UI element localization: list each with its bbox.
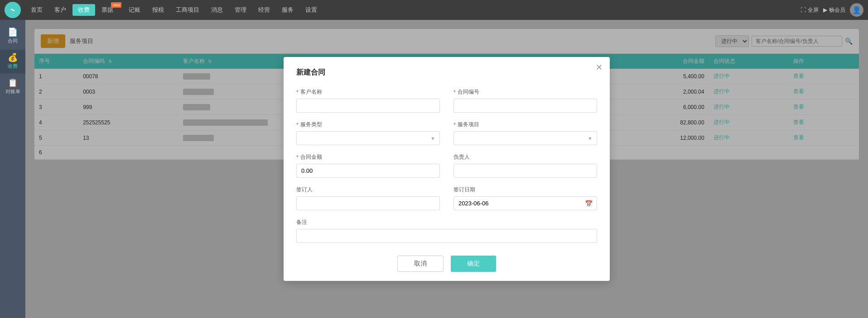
nav-invoice[interactable]: 收费 [72,4,95,16]
reconcile-icon: 📋 [8,79,18,87]
nav-items: 首页 客户 收费 票据 new 记账 报税 工商项目 消息 管理 经营 服务 设… [25,4,800,16]
label-customer-name: * 客户名称 [296,88,440,96]
vip-icon: ▶ [823,7,827,13]
field-customer-name: * 客户名称 [296,88,440,113]
top-nav: 首页 客户 收费 票据 new 记账 报税 工商项目 消息 管理 经营 服务 设… [0,0,868,20]
modal-footer: 取消 确定 [296,256,597,272]
label-contract-no: * 合同编号 [453,88,597,96]
input-contract-no[interactable] [453,99,597,113]
label-signer: 签订人 [296,186,440,194]
service-type-select-wrap: ▼ [296,131,440,145]
nav-customer[interactable]: 客户 [49,4,72,16]
modal-overlay: 新建合同 ✕ * 客户名称 * 合 [25,20,868,318]
logo [5,2,21,18]
label-sign-date: 签订日期 [453,186,597,194]
field-responsible: 负责人 [453,153,597,178]
modal-title: 新建合同 [296,68,597,77]
nav-home[interactable]: 首页 [25,4,48,16]
label-service-item: * 服务项目 [453,121,597,128]
nav-right: ⛶ 全屏 ▶ 畅会员 👤 [800,3,863,17]
label-note: 备注 [296,218,597,226]
field-sign-date: 签订日期 2023-06-06 📅 [453,186,597,210]
sidebar-item-reconcile[interactable]: 📋 对账单 [0,75,25,99]
input-amount[interactable]: 0.00 [296,164,440,178]
service-item-select-wrap: ▼ [453,131,597,145]
charge-icon: 💰 [8,53,18,62]
calendar-icon[interactable]: 📅 [585,200,593,207]
field-contract-no: * 合同编号 [453,88,597,113]
nav-message[interactable]: 消息 [206,4,228,16]
avatar[interactable]: 👤 [850,3,863,17]
nav-settings[interactable]: 设置 [300,4,323,16]
field-service-item: * 服务项目 ▼ [453,121,597,145]
input-service-type[interactable] [296,131,440,145]
nav-tax[interactable]: 报税 [147,4,169,16]
confirm-button[interactable]: 确定 [451,256,496,272]
main-layout: 📄 合同 💰 收费 📋 对账单 新增 服务项目 进行中 已完成 已终止 [0,20,868,318]
modal-close-button[interactable]: ✕ [596,63,603,71]
field-amount: * 合同金额 0.00 [296,153,440,178]
vip-button[interactable]: ▶ 畅会员 [823,6,845,14]
sidebar: 📄 合同 💰 收费 📋 对账单 [0,20,25,318]
field-note: 备注 [296,218,597,243]
nav-ticket[interactable]: 票据 new [96,4,122,16]
form-grid: * 客户名称 * 合同编号 [296,88,597,243]
label-amount: * 合同金额 [296,153,440,161]
fullscreen-button[interactable]: ⛶ 全屏 [800,6,819,14]
label-service-type: * 服务类型 [296,121,440,128]
new-badge: new [111,2,121,8]
sign-date-wrap: 2023-06-06 📅 [453,196,597,210]
content-area: 新增 服务项目 进行中 已完成 已终止 🔍 序号 合同编码 ⇅ [25,20,868,318]
nav-operation[interactable]: 经营 [253,4,275,16]
nav-manage[interactable]: 管理 [229,4,252,16]
label-responsible: 负责人 [453,153,597,161]
sidebar-item-contract[interactable]: 📄 合同 [0,24,25,48]
input-signer[interactable] [296,196,440,210]
sidebar-item-charge[interactable]: 💰 收费 [0,50,25,73]
input-customer-name[interactable] [296,99,440,113]
nav-service[interactable]: 服务 [276,4,299,16]
input-service-item[interactable] [453,131,597,145]
nav-accounting[interactable]: 记账 [123,4,146,16]
input-sign-date[interactable]: 2023-06-06 [453,196,597,210]
fullscreen-icon: ⛶ [800,7,806,13]
modal-dialog: 新建合同 ✕ * 客户名称 * 合 [284,57,610,281]
nav-business[interactable]: 工商项目 [170,4,205,16]
field-signer: 签订人 [296,186,440,210]
cancel-button[interactable]: 取消 [397,256,444,272]
contract-icon: 📄 [8,28,18,36]
field-service-type: * 服务类型 ▼ [296,121,440,145]
input-responsible[interactable] [453,164,597,178]
input-note[interactable] [296,229,597,243]
